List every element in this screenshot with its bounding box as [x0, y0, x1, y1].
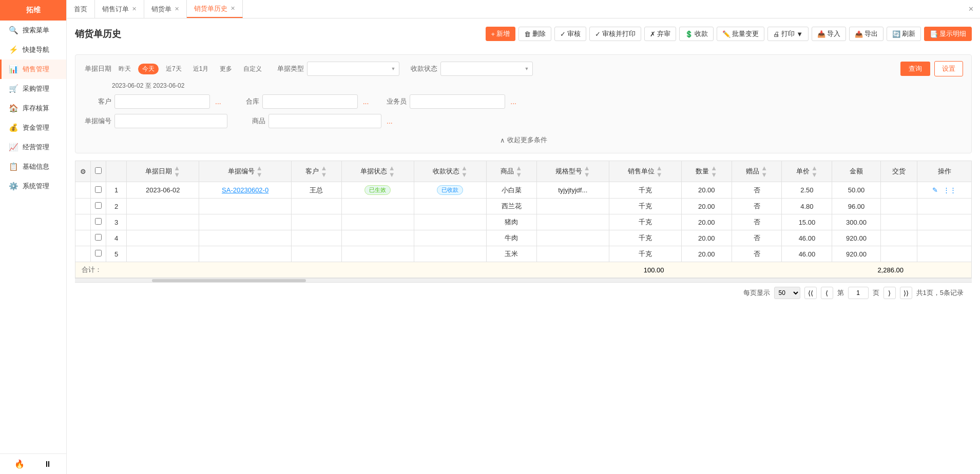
check-cell[interactable] [91, 246, 106, 262]
row-checkbox[interactable] [95, 218, 102, 225]
doc-date-cell [127, 199, 199, 214]
col-doc-no[interactable]: 单据编号 ▲▼ [199, 161, 292, 182]
row-checkbox[interactable] [95, 202, 102, 209]
check-cell[interactable] [91, 182, 106, 199]
collect-status-select[interactable] [440, 62, 533, 76]
per-page-select[interactable]: 50 20 100 [774, 287, 800, 299]
last-page-button[interactable]: ⟩⟩ [900, 287, 912, 299]
tab-sales-order-close[interactable]: ✕ [132, 6, 137, 12]
col-unit-price[interactable]: 单价 ▲▼ [782, 161, 832, 182]
goods-ellipsis[interactable]: ... [387, 117, 393, 125]
tab-sales-goods[interactable]: 销货单 ✕ [144, 0, 187, 18]
tab-bar-close-all[interactable]: ✕ [962, 5, 980, 13]
abandon-button[interactable]: ✗ 弃审 [644, 27, 676, 41]
sidebar-item-finance[interactable]: 💰 资金管理 [0, 118, 66, 137]
doc-date-cell [127, 230, 199, 246]
doc-no-input[interactable] [114, 114, 227, 128]
col-qty[interactable]: 数量 ▲▼ [681, 161, 732, 182]
col-gift[interactable]: 赠品 ▲▼ [732, 161, 782, 182]
tab-home[interactable]: 首页 [67, 0, 95, 18]
export-button[interactable]: 📤 导出 [849, 27, 883, 41]
new-button[interactable]: + 新增 [486, 27, 516, 41]
print-button[interactable]: 🖨 打印 ▼ [767, 27, 809, 41]
doc-no-cell[interactable] [199, 199, 292, 214]
sidebar-item-search-menu[interactable]: 🔍 搜索菜单 [0, 21, 66, 40]
first-page-button[interactable]: ⟨⟨ [804, 287, 817, 299]
date-tag-custom[interactable]: 自定义 [239, 64, 266, 74]
sidebar-item-inventory[interactable]: 🏠 库存核算 [0, 98, 66, 118]
row-checkbox[interactable] [95, 186, 102, 193]
customer-input[interactable] [114, 94, 210, 109]
collect-status-badge: 已收款 [437, 185, 463, 195]
warehouse-ellipsis[interactable]: ... [363, 97, 369, 106]
filter-settings-button[interactable]: 设置 [934, 61, 963, 76]
sidebar-item-basic-info[interactable]: 📋 基础信息 [0, 157, 66, 176]
doc-type-select[interactable] [307, 62, 399, 76]
warehouse-input[interactable] [262, 94, 358, 109]
fire-icon[interactable]: 🔥 [14, 459, 25, 469]
row-checkbox[interactable] [95, 250, 102, 256]
doc-no-cell[interactable] [199, 214, 292, 230]
abandon-icon: ✗ [650, 30, 656, 38]
sidebar-item-system-mgmt[interactable]: ⚙️ 系统管理 [0, 176, 66, 196]
tab-sales-order[interactable]: 销售订单 ✕ [95, 0, 144, 18]
check-cell[interactable] [91, 230, 106, 246]
audit-print-button[interactable]: ✓ 审核并打印 [589, 27, 641, 41]
col-spec[interactable]: 规格型号 ▲▼ [536, 161, 609, 182]
refresh-button[interactable]: 🔄 刷新 [887, 27, 921, 41]
doc-status-cell [341, 246, 414, 262]
more-icon[interactable]: ⋮⋮ [943, 186, 956, 194]
qty-cell: 20.00 [681, 214, 732, 230]
col-unit[interactable]: 销售单位 ▲▼ [609, 161, 681, 182]
collapse-filter-button[interactable]: ∧ 收起更多条件 [84, 133, 963, 147]
tab-sales-history-close[interactable]: ✕ [230, 5, 235, 12]
col-settings[interactable]: ⚙ [75, 161, 91, 182]
check-cell[interactable] [91, 214, 106, 230]
sidebar-item-purchase-mgmt[interactable]: 🛒 采购管理 [0, 79, 66, 98]
doc-status-cell: 已生效 [341, 182, 414, 199]
audit-button[interactable]: ✓ 审核 [554, 27, 586, 41]
import-button[interactable]: 📥 导入 [812, 27, 846, 41]
check-cell[interactable] [91, 199, 106, 214]
col-goods[interactable]: 商品 ▲▼ [486, 161, 536, 182]
date-tag-1month[interactable]: 近1月 [189, 64, 213, 74]
show-detail-button[interactable]: 📑 显示明细 [924, 27, 972, 41]
tab-sales-history[interactable]: 销货单历史 ✕ [187, 0, 243, 18]
date-tag-7days[interactable]: 近7天 [162, 64, 186, 74]
collect-button[interactable]: 💲 收款 [679, 27, 714, 41]
delete-button[interactable]: 🗑 删除 [518, 27, 551, 41]
pause-icon[interactable]: ⏸ [44, 460, 52, 469]
edit-icon[interactable]: ✎ [932, 186, 938, 194]
page-number-input[interactable] [848, 287, 869, 299]
doc-no-cell[interactable]: SA-20230602-0 [199, 182, 292, 199]
settings-cell [75, 199, 91, 214]
query-button[interactable]: 查询 [900, 62, 930, 76]
page-text-2: 页 [873, 288, 879, 298]
sidebar-item-ops-mgmt[interactable]: 📈 经营管理 [0, 137, 66, 157]
doc-no-link[interactable]: SA-20230602-0 [222, 186, 268, 194]
batch-change-button[interactable]: ✏️ 批量变更 [717, 27, 764, 41]
col-doc-date[interactable]: 单据日期 ▲▼ [127, 161, 199, 182]
col-doc-status[interactable]: 单据状态 ▲▼ [341, 161, 414, 182]
doc-no-cell[interactable] [199, 246, 292, 262]
prev-page-button[interactable]: ⟨ [821, 287, 833, 299]
col-check[interactable] [91, 161, 106, 182]
salesman-input[interactable] [410, 94, 505, 109]
salesman-ellipsis[interactable]: ... [510, 97, 516, 106]
sidebar-item-quick-nav[interactable]: ⚡ 快捷导航 [0, 40, 66, 60]
scroll-thumb[interactable] [152, 279, 306, 282]
select-all-checkbox[interactable] [95, 167, 102, 174]
customer-ellipsis[interactable]: ... [215, 97, 221, 106]
next-page-button[interactable]: ⟩ [883, 287, 896, 299]
col-customer[interactable]: 客户 ▲▼ [291, 161, 341, 182]
doc-no-cell[interactable] [199, 230, 292, 246]
horizontal-scrollbar[interactable] [75, 278, 972, 282]
date-tag-today[interactable]: 今天 [138, 64, 159, 74]
date-tag-yesterday[interactable]: 昨天 [114, 64, 135, 74]
tab-sales-goods-close[interactable]: ✕ [175, 6, 179, 12]
goods-input[interactable] [268, 114, 381, 128]
row-checkbox[interactable] [95, 234, 102, 241]
sidebar-item-sales-mgmt[interactable]: 📊 销售管理 [0, 60, 66, 79]
date-tag-more[interactable]: 更多 [216, 64, 236, 74]
col-collect-status[interactable]: 收款状态 ▲▼ [414, 161, 486, 182]
